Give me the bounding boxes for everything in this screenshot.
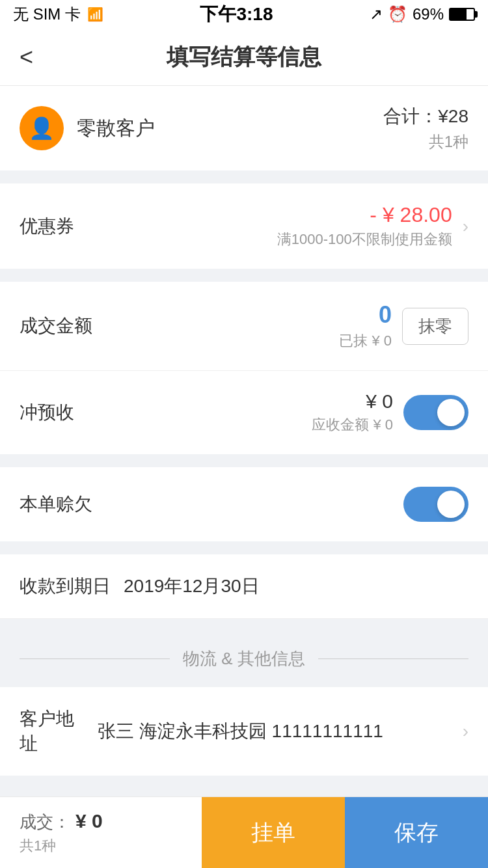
customer-right: 合计：¥28 共1种 <box>383 104 468 152</box>
coupon-section[interactable]: 优惠券 - ¥ 28.00 满1000-100不限制使用金额 › <box>0 183 488 269</box>
deal-amount-label: 成交金额 <box>20 314 92 338</box>
battery-icon <box>449 8 475 21</box>
coupon-right: - ¥ 28.00 满1000-100不限制使用金额 › <box>277 203 468 249</box>
due-date-row[interactable]: 收款到期日 2019年12月30日 <box>0 554 488 619</box>
debt-toggle[interactable] <box>403 487 468 522</box>
due-date-label: 收款到期日 <box>20 574 111 599</box>
nav-bar: < 填写结算等信息 <box>0 29 488 86</box>
deal-amount-value: 0 <box>339 301 392 329</box>
due-date-value: 2019年12月30日 <box>124 574 260 599</box>
carrier-label: 无 SIM 卡 <box>13 4 81 25</box>
back-button[interactable]: < <box>20 44 33 71</box>
bottom-count: 共1种 <box>20 836 182 856</box>
debt-section: 本单赊欠 <box>0 467 488 541</box>
status-bar: 无 SIM 卡 📶 下午3:18 ↗ ⏰ 69% <box>0 0 488 29</box>
pre-receipt-right: ¥ 0 应收金额 ¥ 0 <box>312 390 468 435</box>
wifi-icon: 📶 <box>87 7 103 22</box>
alarm-icon: ⏰ <box>388 5 407 23</box>
hang-order-button[interactable]: 挂单 <box>202 797 345 868</box>
deal-amount-row: 成交金额 0 已抹 ¥ 0 抹零 <box>0 282 488 371</box>
bottom-info: 成交： ¥ 0 共1种 <box>0 810 202 856</box>
location-icon: ↗ <box>370 5 383 23</box>
pre-receipt-toggle[interactable] <box>403 395 468 430</box>
debt-label: 本单赊欠 <box>20 492 92 517</box>
round-zero-button[interactable]: 抹零 <box>402 308 468 345</box>
customer-name: 零散客户 <box>77 115 155 142</box>
coupon-desc: 满1000-100不限制使用金额 <box>277 230 452 249</box>
coupon-amount: - ¥ 28.00 <box>277 203 452 227</box>
bottom-bar: 成交： ¥ 0 共1种 挂单 保存 <box>0 796 488 868</box>
logistics-title: 物流 & 其他信息 <box>170 647 318 670</box>
battery-percent: 69% <box>413 5 444 23</box>
bottom-deal-label: 成交： <box>20 811 70 834</box>
bottom-deal-value: ¥ 0 <box>75 810 103 832</box>
pre-receipt-label: 冲预收 <box>20 400 74 425</box>
pre-main-value: ¥ 0 <box>312 390 393 413</box>
coupon-chevron-icon: › <box>463 216 468 237</box>
logistics-section: 物流 & 其他信息 客户地址 张三 海淀永丰科技园 11111111111 › <box>0 632 488 776</box>
address-chevron-icon: › <box>463 721 468 742</box>
status-right: ↗ ⏰ 69% <box>370 5 475 23</box>
deal-amount-sub: 已抹 ¥ 0 <box>339 331 392 351</box>
customer-section: 👤 零散客户 合计：¥28 共1种 <box>0 86 488 170</box>
customer-count: 共1种 <box>383 131 468 152</box>
deal-section: 成交金额 0 已抹 ¥ 0 抹零 冲预收 ¥ 0 应收金额 ¥ 0 <box>0 282 488 454</box>
pre-value-container: ¥ 0 应收金额 ¥ 0 <box>312 390 393 435</box>
address-value: 张三 海淀永丰科技园 11111111111 <box>98 719 450 744</box>
address-label: 客户地址 <box>20 707 85 756</box>
customer-left: 👤 零散客户 <box>20 106 155 150</box>
deal-amount-value-container: 0 已抹 ¥ 0 <box>339 301 392 351</box>
customer-avatar: 👤 <box>20 106 64 150</box>
avatar-icon: 👤 <box>29 116 55 141</box>
customer-total: 合计：¥28 <box>383 104 468 129</box>
coupon-row[interactable]: 优惠券 - ¥ 28.00 满1000-100不限制使用金额 › <box>0 183 488 269</box>
pre-sub-value: 应收金额 ¥ 0 <box>312 415 393 435</box>
status-left: 无 SIM 卡 📶 <box>13 4 103 25</box>
logistics-header: 物流 & 其他信息 <box>0 632 488 686</box>
save-button[interactable]: 保存 <box>345 797 488 868</box>
content: 👤 零散客户 合计：¥28 共1种 优惠券 - ¥ 28.00 满1000-10… <box>0 86 488 854</box>
deal-amount-right: 0 已抹 ¥ 0 抹零 <box>339 301 468 351</box>
coupon-label: 优惠券 <box>20 214 74 239</box>
coupon-value-container: - ¥ 28.00 满1000-100不限制使用金额 <box>277 203 452 249</box>
page-title: 填写结算等信息 <box>167 42 321 72</box>
status-time: 下午3:18 <box>200 2 273 27</box>
pre-receipt-row: 冲预收 ¥ 0 应收金额 ¥ 0 <box>0 371 488 454</box>
address-row[interactable]: 客户地址 张三 海淀永丰科技园 11111111111 › <box>0 687 488 776</box>
